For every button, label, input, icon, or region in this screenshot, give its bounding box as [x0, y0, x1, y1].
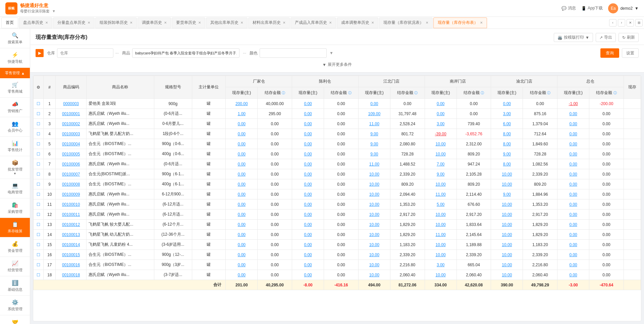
cell-c-amount: 0.00 — [324, 149, 359, 159]
cell-checkbox[interactable]: ☐ — [34, 119, 44, 129]
tab-prev-btn[interactable]: ‹ — [609, 19, 616, 27]
tab-menu-btn[interactable]: ⊞ — [635, 19, 643, 27]
cell-checkbox[interactable]: ☐ — [34, 210, 44, 220]
sidebar-item-system[interactable]: ⚙️ 系统管理 — [0, 296, 30, 315]
tab-close-adjust[interactable]: ✕ — [164, 21, 167, 25]
color-input[interactable] — [260, 48, 327, 58]
cell-f-stock: 0.00 — [226, 119, 258, 129]
cell-checkbox[interactable]: ☐ — [34, 99, 44, 109]
sidebar-item-operations[interactable]: 📈 经营管理 — [0, 257, 30, 276]
cell-checkbox[interactable]: ☐ — [34, 260, 44, 270]
tab-close-all-btn[interactable]: ✕ — [627, 19, 634, 27]
sidebar-item-basic[interactable]: ℹ️ 基础信息 — [0, 276, 30, 296]
sidebar-item-quick-nav[interactable]: ⚡ 快捷导航 — [0, 48, 30, 68]
cell-c-amount: 0.00 — [324, 109, 359, 119]
cell-checkbox[interactable]: ☐ — [34, 179, 44, 189]
tab-product-in[interactable]: 产成品入库单历史 ✕ — [290, 17, 336, 28]
sidebar-item-retail-mgmt[interactable]: 零售管理 ▲ — [0, 68, 30, 78]
cell-checkbox[interactable]: ☐ — [34, 169, 44, 179]
cell-f-amount: 0.00 — [258, 159, 292, 169]
cell-unit: 罐 — [192, 199, 226, 210]
tab-combo-split[interactable]: 组装拆卸单历史 ✕ — [95, 17, 137, 28]
cell-na-amount: 809.20 — [457, 149, 491, 159]
sidebar-item-retail-shop[interactable]: 🛒 零售商城 — [0, 78, 30, 98]
tab-adjust[interactable]: 调拨单历史 ✕ — [138, 17, 171, 28]
tab-other-out[interactable]: 其他出库单历史 ✕ — [206, 17, 248, 28]
cell-na-stock: 3.00 — [425, 119, 457, 129]
table-row: ☐ 15 00100014 飞鹤星飞帆 儿童奶粉 4... (3-6岁适用...… — [34, 240, 641, 250]
goods-label: 商品 — [122, 50, 130, 56]
tab-close-cost-adj[interactable]: ✕ — [371, 21, 374, 25]
print-btn[interactable]: 🖨️ 按模版打印 ▼ — [554, 33, 593, 42]
cell-checkbox[interactable]: ☐ — [34, 220, 44, 230]
refresh-btn[interactable]: ↻ 刷新 — [619, 33, 639, 42]
query-btn[interactable]: 查询 — [600, 48, 619, 58]
app-download-btn[interactable]: 📱 App下载 — [581, 5, 603, 11]
cell-checkbox[interactable]: ☐ — [34, 230, 44, 240]
sidebar-item-ecommerce[interactable]: 💻 电商管理 — [0, 179, 30, 198]
tab-close-stock-status[interactable]: ✕ — [426, 21, 428, 25]
cell-c-stock: 0.00 — [292, 210, 324, 220]
tab-close-product-in[interactable]: ✕ — [329, 21, 332, 25]
cell-checkbox[interactable]: ☐ — [34, 240, 44, 250]
sidebar-item-collab[interactable]: 🤝 企业协同 — [0, 315, 30, 324]
tab-close-stock-single[interactable]: ✕ — [45, 21, 48, 25]
cell-f-stock: 0.00 — [226, 189, 258, 199]
finance-icon: 💰 — [1, 241, 29, 247]
cell-checkbox[interactable]: ☐ — [34, 109, 44, 119]
setting-btn[interactable]: 设置 — [622, 48, 639, 58]
tab-close-other-out[interactable]: ✕ — [240, 21, 243, 25]
th-na-stock: 现存量(主) — [425, 87, 457, 99]
cell-checkbox[interactable]: ☐ — [34, 159, 44, 169]
cell-code: 00100013 — [56, 230, 87, 240]
tab-close-combo-split[interactable]: ✕ — [130, 21, 132, 25]
tab-stock-single[interactable]: 盘点单历史 ✕ — [19, 17, 52, 28]
cell-yb-stock: 8.00 — [491, 139, 523, 149]
tab-close-material-out[interactable]: ✕ — [283, 21, 285, 25]
export-btn[interactable]: ↗ 导出 — [596, 33, 616, 42]
warehouse-more-btn[interactable]: ··· — [115, 51, 119, 55]
sidebar-item-inventory[interactable]: 📋 库存核算 — [0, 218, 30, 237]
tab-stock-status[interactable]: 现存量（库存状况表） ✕ — [379, 17, 433, 28]
sidebar-item-search[interactable]: 🔍 搜索英单 — [0, 29, 30, 48]
message-btn[interactable]: 💬 消息 — [561, 5, 576, 11]
cell-spec: (3-7岁适... — [154, 270, 192, 280]
cell-f-stock: 0.00 — [226, 169, 258, 179]
sidebar-item-marketing[interactable]: 📣 营销推广 — [0, 98, 30, 117]
sidebar-item-wholesale[interactable]: 📦 批发管理 ▼ — [0, 156, 30, 179]
filter-toggle-btn[interactable]: ▶ — [36, 49, 44, 57]
sidebar-item-purchase[interactable]: 🛍️ 采购管理 — [0, 198, 30, 218]
sidebar: 🔍 搜索英单 ⚡ 快捷导航 零售管理 ▲ 🛒 零售商城 📣 营销推广 👥 会员中… — [0, 29, 30, 324]
cell-checkbox[interactable]: ☐ — [34, 199, 44, 210]
cell-code: 00100003 — [56, 129, 87, 139]
cell-current — [624, 169, 641, 179]
warehouse-input[interactable] — [57, 48, 113, 58]
sidebar-item-retail-stats[interactable]: 📊 零售统计 — [0, 137, 30, 156]
cell-jb-stock: 10.00 — [358, 250, 390, 260]
tab-close-order[interactable]: ✕ — [198, 21, 201, 25]
tab-stock-dist[interactable]: 现存量（库存分布表） ✕ — [433, 17, 487, 28]
expand-conditions-btn[interactable]: ▼ 展开更多条件 — [320, 60, 355, 69]
cell-checkbox[interactable]: ☐ — [34, 139, 44, 149]
user-info[interactable]: Ea demo2 ▼ — [608, 3, 639, 13]
tab-close-branch-stock[interactable]: ✕ — [88, 21, 90, 25]
tab-home[interactable]: 首页 — [1, 17, 18, 28]
cell-checkbox[interactable]: ☐ — [34, 149, 44, 159]
cell-jb-stock: 10.00 — [358, 260, 390, 270]
cell-code: 00100014 — [56, 240, 87, 250]
th-gear[interactable]: ⚙ — [34, 76, 44, 99]
tab-order[interactable]: 要货单历史 ✕ — [172, 17, 205, 28]
tab-close-stock-dist[interactable]: ✕ — [480, 21, 483, 25]
cell-checkbox[interactable]: ☐ — [34, 129, 44, 139]
tab-cost-adj[interactable]: 成本调整单历史 ✕ — [337, 17, 378, 28]
sidebar-item-member[interactable]: 👥 会员中心 — [0, 117, 30, 137]
goods-input[interactable] — [132, 48, 239, 58]
cell-checkbox[interactable]: ☐ — [34, 270, 44, 280]
tab-branch-stock[interactable]: 分量盘点单历史 ✕ — [53, 17, 95, 28]
tab-next-btn[interactable]: › — [618, 19, 625, 27]
tab-material-out[interactable]: 材料出库单历史 ✕ — [248, 17, 290, 28]
cell-checkbox[interactable]: ☐ — [34, 250, 44, 260]
goods-more-btn[interactable]: ··· — [243, 51, 246, 55]
cell-checkbox[interactable]: ☐ — [34, 189, 44, 199]
sidebar-item-finance[interactable]: 💰 资金管理 — [0, 237, 30, 257]
